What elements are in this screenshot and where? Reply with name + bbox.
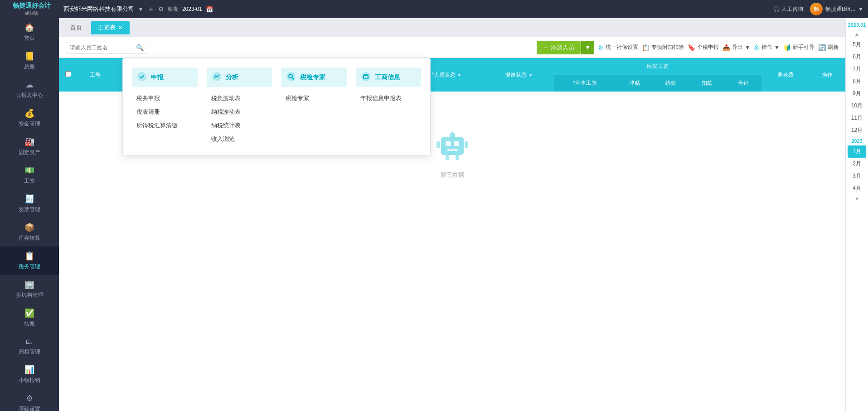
calendar-month-2[interactable]: 2月 bbox=[846, 158, 868, 170]
calendar-month-6[interactable]: 6月 bbox=[846, 51, 868, 63]
export-btn[interactable]: 📤 导出 ▼ bbox=[723, 44, 750, 51]
menu-item-tax-declare[interactable]: 税务申报 bbox=[132, 92, 198, 105]
person-status-filter-icon[interactable]: ▼ bbox=[457, 73, 462, 77]
calendar-down-btn[interactable]: ▼ bbox=[853, 194, 861, 203]
tab-salary[interactable]: 工资表 ✕ bbox=[91, 21, 130, 34]
export-icon: 📤 bbox=[723, 44, 730, 51]
inventory-icon: 📦 bbox=[24, 222, 34, 232]
calendar-up-btn[interactable]: ▲ bbox=[853, 29, 861, 39]
calendar-month-3[interactable]: 3月 bbox=[846, 170, 868, 182]
analysis-label: 分析 bbox=[226, 73, 238, 82]
guide-toolbar-icon: 🔰 bbox=[783, 44, 791, 51]
home-icon: 🏠 bbox=[24, 23, 34, 33]
tax-icon: 📋 bbox=[24, 251, 34, 261]
sidebar-item-invoice[interactable]: 🧾 发票管理 bbox=[0, 189, 59, 218]
social-security-icon: ⚙ bbox=[598, 44, 604, 51]
sidebar-item-home[interactable]: 🏠 首页 bbox=[0, 18, 59, 47]
tab-close-btn[interactable]: ✕ bbox=[118, 24, 123, 31]
svg-rect-3 bbox=[447, 149, 458, 151]
company-settings-icon[interactable]: ⚙ bbox=[158, 5, 164, 13]
refresh-btn[interactable]: 🔄 刷新 bbox=[818, 44, 839, 51]
report-status-filter-icon[interactable]: ▼ bbox=[529, 73, 533, 77]
menu-item-annual-report[interactable]: 年报信息申报表 bbox=[356, 92, 422, 105]
sidebar-item-ledger[interactable]: 📒 总账 bbox=[0, 47, 59, 75]
sidebar-label-invoice: 发票管理 bbox=[19, 206, 40, 213]
special-deduction-icon: 📋 bbox=[642, 44, 650, 51]
sidebar-item-salary[interactable]: 💵 工资 bbox=[0, 161, 59, 189]
calendar-month-9[interactable]: 9月 bbox=[846, 87, 868, 100]
special-deduction-btn[interactable]: 📋 专项附加扣除 bbox=[642, 44, 684, 51]
logo-area: 畅捷通好会计 旗舰版 bbox=[5, 2, 59, 16]
sidebar-label-fixed-assets: 固定资产 bbox=[19, 149, 40, 156]
sidebar-item-fund[interactable]: 💰 资金管理 bbox=[0, 104, 59, 132]
calendar-month-8[interactable]: 8月 bbox=[846, 75, 868, 87]
menu-item-tax-check[interactable]: 税检专家 bbox=[281, 92, 347, 105]
tab-home[interactable]: 首页 bbox=[63, 21, 89, 34]
select-all-checkbox[interactable] bbox=[65, 71, 71, 77]
th-deduction: 扣款 bbox=[689, 75, 725, 92]
add-employee-dropdown-btn[interactable]: ▼ bbox=[581, 41, 594, 54]
sidebar-item-cloud-report[interactable]: ☁ 云报表中心 bbox=[0, 75, 59, 104]
empty-state-icon bbox=[434, 128, 470, 164]
svg-rect-8 bbox=[446, 155, 449, 160]
sidebar-item-settings[interactable]: ⚙ 基础设置 bbox=[0, 389, 59, 411]
company-dropdown-icon[interactable]: ▼ bbox=[138, 6, 144, 13]
menu-item-income-browse[interactable]: 收入浏览 bbox=[207, 132, 272, 146]
th-allowance: 津贴 bbox=[616, 75, 653, 92]
menu-item-tax-stat[interactable]: 纳税统计表 bbox=[207, 119, 272, 132]
menu-section-header-analysis: 分析 bbox=[207, 68, 272, 87]
business-icon bbox=[360, 71, 371, 83]
operation-dropdown-icon: ▼ bbox=[774, 44, 780, 51]
th-basic-salary: *基本工资 bbox=[554, 75, 616, 92]
calendar-month-12[interactable]: 12月 bbox=[846, 124, 868, 136]
sidebar-label-checkout: 结账 bbox=[24, 320, 35, 328]
sidebar-item-fixed-assets[interactable]: 🏭 固定资产 bbox=[0, 132, 59, 161]
sidebar-item-archive[interactable]: 🗂 归档管理 bbox=[0, 332, 59, 360]
search-input[interactable] bbox=[70, 44, 133, 51]
personal-tax-btn[interactable]: 🔖 个税申报 bbox=[688, 44, 719, 51]
search-icon: 🔍 bbox=[136, 44, 144, 51]
calendar-month-10[interactable]: 10月 bbox=[846, 100, 868, 112]
svg-point-10 bbox=[137, 72, 146, 81]
tax-expert-label: 税检专家 bbox=[300, 73, 325, 82]
svg-rect-2 bbox=[454, 141, 459, 146]
sidebar-item-multi-org[interactable]: 🏢 多机构管理 bbox=[0, 275, 59, 304]
operation-btn[interactable]: ⚙ 操作 ▼ bbox=[754, 44, 780, 51]
tax-expert-icon bbox=[286, 71, 296, 83]
period-calendar-icon[interactable]: 📅 bbox=[206, 6, 213, 13]
menu-item-tax-form[interactable]: 税表清册 bbox=[132, 105, 198, 119]
th-salary-group: 应发工资 bbox=[554, 58, 761, 75]
add-company-btn[interactable]: ＋ bbox=[147, 5, 155, 14]
svg-rect-5 bbox=[451, 131, 453, 134]
add-icon: ＋ bbox=[543, 44, 549, 52]
sidebar-item-report[interactable]: 📊 小畅报销 bbox=[0, 360, 59, 389]
menu-item-tax-wave[interactable]: 税负波动表 bbox=[207, 92, 272, 105]
calendar-month-7[interactable]: 7月 bbox=[846, 63, 868, 75]
customer-service-btn[interactable]: 🎧 人工咨询 bbox=[773, 5, 803, 13]
company-area: 西安虾米网络科技有限公司 ▼ ＋ ⚙ 账期 2023-01 📅 bbox=[63, 5, 213, 14]
sidebar-label-archive: 归档管理 bbox=[19, 348, 40, 356]
sidebar-item-checkout[interactable]: ✅ 结账 bbox=[0, 304, 59, 332]
social-security-btn[interactable]: ⚙ 统一社保设置 bbox=[598, 44, 638, 51]
guide-btn[interactable]: 🔰 新手引导 bbox=[783, 44, 815, 51]
menu-item-tax-payment-wave[interactable]: 纳税波动表 bbox=[207, 105, 272, 119]
calendar-month-1[interactable]: 1月 bbox=[848, 145, 866, 158]
menu-item-income-tax[interactable]: 所得税汇算清缴 bbox=[132, 119, 198, 132]
analysis-icon bbox=[211, 71, 222, 83]
user-avatar-area[interactable]: 畅 畅捷通B组... ▼ bbox=[810, 3, 863, 15]
sidebar-item-tax[interactable]: 📋 税务管理 bbox=[0, 247, 59, 275]
svg-rect-1 bbox=[446, 141, 451, 146]
calendar-month-4[interactable]: 4月 bbox=[846, 182, 868, 194]
menu-section-declaration: 申报 税务申报 税表清册 所得税汇算清缴 bbox=[132, 68, 198, 146]
personal-tax-icon: 🔖 bbox=[688, 44, 695, 51]
calendar-month-11[interactable]: 11月 bbox=[846, 112, 868, 124]
calendar-month-5[interactable]: 5月 bbox=[846, 39, 868, 51]
fund-icon: 💰 bbox=[24, 108, 34, 118]
add-employee-btn[interactable]: ＋ 添加人员 bbox=[537, 41, 581, 54]
checkbox-header[interactable] bbox=[59, 58, 77, 92]
sidebar-label-home: 首页 bbox=[24, 34, 35, 42]
menu-section-header-declaration: 申报 bbox=[132, 68, 198, 87]
content-area: 首页 工资表 ✕ 🔍 ＋ 添加人员 ▼ bbox=[59, 18, 845, 411]
refresh-icon: 🔄 bbox=[818, 44, 826, 51]
sidebar-item-inventory[interactable]: 📦 库存核算 bbox=[0, 218, 59, 247]
